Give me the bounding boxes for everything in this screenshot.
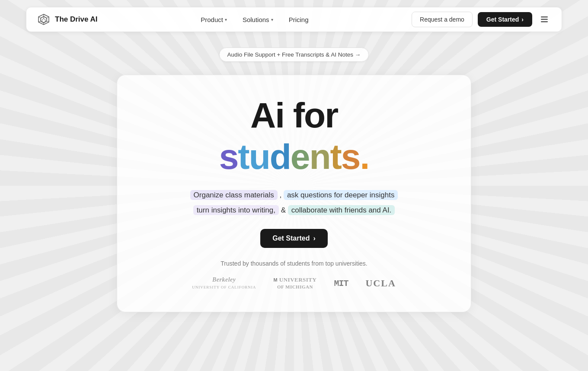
brand-name: The Drive AI — [55, 15, 98, 24]
started-arrow-icon: › — [521, 16, 524, 23]
request-demo-button[interactable]: Request a demo — [412, 12, 473, 27]
svg-rect-11 — [541, 21, 548, 22]
letter-u: u — [249, 137, 270, 176]
nav-solutions[interactable]: Solutions ▾ — [236, 13, 279, 27]
cta-arrow-icon: › — [313, 235, 315, 242]
letter-e: e — [291, 137, 310, 176]
letter-t2: t — [330, 137, 341, 176]
nav-links: Product ▾ Solutions ▾ Pricing — [195, 13, 314, 27]
nav-pricing[interactable]: Pricing — [283, 13, 315, 27]
university-logos: BerkeleyUNIVERSITY OF CALIFORNIA M UNIVE… — [152, 276, 436, 290]
nav-get-started-button[interactable]: Get Started › — [478, 12, 532, 27]
svg-marker-2 — [42, 19, 45, 22]
hero-get-started-button[interactable]: Get Started › — [260, 229, 328, 248]
hero-card: Ai for students. Organize class material… — [117, 75, 471, 312]
main-content: Audio File Support + Free Transcripts & … — [0, 39, 588, 312]
trust-text: Trusted by thousands of students from to… — [152, 260, 436, 267]
letter-n: n — [309, 137, 330, 176]
letter-t: t — [238, 137, 249, 176]
letter-s2: s — [341, 137, 360, 176]
letter-d: d — [270, 137, 291, 176]
berkeley-logo: BerkeleyUNIVERSITY OF CALIFORNIA — [192, 276, 256, 290]
product-chevron-icon: ▾ — [225, 17, 227, 22]
hero-title-top: Ai for — [152, 97, 436, 134]
ucla-logo: UCLA — [365, 278, 396, 289]
brand-logo[interactable]: The Drive AI — [37, 13, 98, 26]
hero-description: Organize class materials , ask questions… — [152, 189, 436, 217]
letter-s: s — [219, 137, 238, 176]
navbar-actions: Request a demo Get Started › — [412, 12, 551, 27]
desc-line-1: Organize class materials , ask questions… — [152, 189, 436, 202]
michigan-logo: M UNIVERSITYOF MICHIGAN — [273, 276, 316, 290]
highlight-collaborate: collaborate with friends and AI. — [288, 205, 395, 215]
menu-icon[interactable] — [537, 13, 551, 26]
announcement-banner[interactable]: Audio File Support + Free Transcripts & … — [219, 48, 369, 62]
navbar: The Drive AI Product ▾ Solutions ▾ Prici… — [26, 7, 562, 32]
highlight-organize: Organize class materials — [190, 190, 278, 200]
desc-line-2: turn insights into writing, & collaborat… — [152, 204, 436, 217]
nav-product[interactable]: Product ▾ — [195, 13, 233, 27]
svg-rect-10 — [541, 19, 548, 20]
letter-dot: . — [360, 137, 369, 176]
logo-icon — [37, 13, 51, 26]
hero-title-students: students. — [152, 137, 436, 176]
svg-rect-9 — [541, 16, 548, 18]
highlight-writing: turn insights into writing, — [193, 205, 279, 215]
mit-logo: MIT — [334, 279, 348, 289]
highlight-questions: ask questions for deeper insights — [284, 190, 398, 200]
solutions-chevron-icon: ▾ — [271, 17, 273, 22]
